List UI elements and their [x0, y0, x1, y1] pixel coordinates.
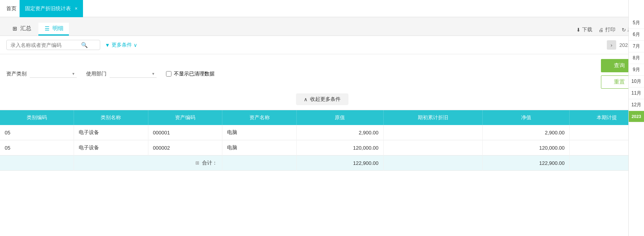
total-icon-cell — [0, 156, 74, 171]
search-bar: 🔍 ▼ 更多条件 ∨ › 2023.01 — [0, 36, 644, 54]
month-item-9[interactable]: 9月 — [629, 64, 644, 76]
department-field: 使用部门 — [86, 70, 157, 78]
cell-original-value: 2,900.00 — [296, 125, 383, 140]
total-original-value: 122,900.00 — [296, 156, 383, 171]
search-button[interactable]: 🔍 — [81, 42, 88, 48]
cell-asset-code: 000002 — [148, 140, 222, 156]
asset-type-select[interactable] — [30, 70, 77, 78]
total-asset-name — [222, 156, 297, 171]
print-icon: 🖨 — [599, 27, 604, 33]
total-icon: ⊞ — [195, 160, 199, 166]
department-select-wrap — [110, 70, 157, 78]
cell-type-name: 电子设备 — [74, 140, 148, 156]
collapse-label: 收起更多条件 — [310, 96, 341, 103]
month-item-7[interactable]: 7月 — [629, 41, 644, 52]
more-conditions-button[interactable]: ▼ 更多条件 ∨ — [105, 41, 137, 48]
th-category-code: 类别编码 — [0, 110, 74, 125]
th-category-name: 类别名称 — [74, 110, 148, 125]
table-row: 05 电子设备 000002 电脑 120,000.00 120,000.00 — [0, 140, 644, 156]
cell-net-value: 2,900.00 — [483, 125, 570, 140]
th-net-value: 净值 — [483, 110, 570, 125]
month-item-6[interactable]: 6月 — [629, 29, 644, 41]
cell-code: 05 — [0, 140, 74, 156]
filter-panel: 资产类别 使用部门 不显示已清理数据 — [0, 54, 644, 110]
sub-tabs: ⊞ 汇总 ☰ 明细 ⬇ 下载 🖨 打印 ↻ 刷新 — [0, 17, 644, 36]
tab-label: 固定资产折旧统计表 — [25, 5, 71, 12]
tab-close-icon[interactable]: × — [75, 6, 78, 11]
top-nav: 首页 固定资产折旧统计表 × × — [0, 0, 644, 17]
main-content: ⊞ 汇总 ☰ 明细 ⬇ 下载 🖨 打印 ↻ 刷新 🔍 — [0, 17, 644, 236]
month-item-8[interactable]: 8月 — [629, 52, 644, 64]
print-label: 打印 — [605, 26, 615, 33]
tab-summary[interactable]: ⊞ 汇总 — [6, 23, 37, 36]
total-label: 合计： — [202, 160, 217, 166]
collapse-button[interactable]: ∧ 收起更多条件 — [296, 93, 348, 105]
th-accumulated: 期初累计折旧 — [383, 110, 483, 125]
detail-icon: ☰ — [44, 25, 50, 32]
asset-type-field: 资产类别 — [6, 70, 77, 78]
department-label: 使用部门 — [86, 70, 106, 77]
total-net-value: 122,900.00 — [483, 156, 570, 171]
cell-type-name: 电子设备 — [74, 125, 148, 140]
month-list: 5月 6月 7月 8月 9月 10月 11月 12月 2023 — [629, 17, 644, 236]
th-asset-code: 资产编码 — [148, 110, 222, 125]
print-button[interactable]: 🖨 打印 — [599, 26, 615, 33]
total-accumulated — [383, 156, 483, 171]
chevron-down-icon: ∨ — [133, 42, 137, 48]
asset-type-label: 资产类别 — [6, 70, 27, 77]
asset-type-select-wrap — [30, 70, 77, 78]
cell-code: 05 — [0, 125, 74, 140]
month-item-11[interactable]: 11月 — [629, 88, 644, 99]
home-link[interactable]: 首页 — [6, 5, 16, 12]
department-select[interactable] — [110, 70, 157, 78]
collapse-row: ∧ 收起更多条件 — [6, 93, 638, 105]
table-header-row: 类别编码 类别名称 资产编码 资产名称 原值 期初累计折旧 净值 本期计提 — [0, 110, 644, 125]
table-total-row: ⊞ 合计： 122,900.00 122,900.00 — [0, 156, 644, 171]
search-input-wrap: 🔍 — [6, 40, 100, 50]
month-item-12[interactable]: 12月 — [629, 99, 644, 111]
download-button[interactable]: ⬇ 下载 — [576, 26, 592, 33]
download-icon: ⬇ — [576, 27, 581, 33]
cell-asset-name: 电脑 — [222, 125, 297, 140]
month-item-5[interactable]: 5月 — [629, 17, 644, 29]
active-tab[interactable]: 固定资产折旧统计表 × — [20, 0, 83, 17]
cell-accumulated — [383, 140, 483, 156]
more-conditions-label: 更多条件 — [112, 41, 132, 48]
refresh-icon: ↻ — [622, 27, 626, 33]
cell-original-value: 120,000.00 — [296, 140, 383, 156]
tab-summary-label: 汇总 — [20, 25, 31, 32]
cell-asset-code: 000001 — [148, 125, 222, 140]
hide-cleared-checkbox[interactable] — [166, 71, 171, 77]
tab-detail[interactable]: ☰ 明细 — [38, 23, 69, 36]
cell-asset-name: 电脑 — [222, 140, 297, 156]
search-input[interactable] — [11, 42, 81, 48]
filter-row: 资产类别 使用部门 不显示已清理数据 — [6, 59, 638, 89]
hide-cleared-label: 不显示已清理数据 — [174, 70, 215, 77]
table-row: 05 电子设备 000001 电脑 2,900.00 2,900.00 — [0, 125, 644, 140]
th-original-value: 原值 — [296, 110, 383, 125]
nav-arrow-right[interactable]: › — [607, 40, 616, 50]
total-label-cell: ⊞ 合计： — [74, 156, 222, 171]
collapse-up-icon: ∧ — [304, 97, 308, 102]
hide-cleared-checkbox-group: 不显示已清理数据 — [166, 70, 215, 77]
cell-accumulated — [383, 125, 483, 140]
data-table: 类别编码 类别名称 资产编码 资产名称 原值 期初累计折旧 净值 本期计提 05… — [0, 110, 644, 171]
summary-icon: ⊞ — [12, 25, 18, 32]
download-label: 下载 — [582, 26, 592, 33]
year-badge[interactable]: 2023 — [629, 111, 644, 122]
table-wrap: 类别编码 类别名称 资产编码 资产名称 原值 期初累计折旧 净值 本期计提 05… — [0, 110, 644, 236]
month-item-10[interactable]: 10月 — [629, 76, 644, 88]
tab-detail-label: 明细 — [52, 25, 63, 32]
cell-net-value: 120,000.00 — [483, 140, 570, 156]
th-asset-name: 资产名称 — [222, 110, 297, 125]
right-panel: 5月 6月 7月 8月 9月 10月 11月 12月 2023 — [628, 0, 644, 236]
filter-icon: ▼ — [105, 42, 110, 48]
